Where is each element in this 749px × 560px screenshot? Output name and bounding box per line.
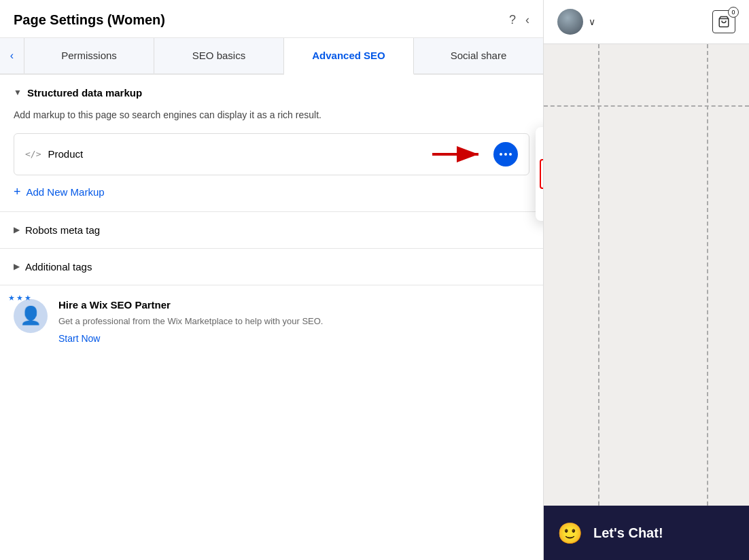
chat-text: Let's Chat! [593,525,663,541]
structured-data-header[interactable]: ▼ Structured data markup [14,87,529,99]
tab-advanced-seo[interactable]: Advanced SEO [284,38,414,75]
right-panel: ∨ 0 🙂 Let's Chat! [544,0,749,560]
star-3: ★ [24,294,31,302]
panel-header: Page Settings (Women) ? ‹ [0,0,543,38]
dashed-line-vertical-1 [598,44,599,560]
header-actions: ? ‹ [509,13,529,27]
robots-meta-title: Robots meta tag [25,224,100,236]
markup-name: Product [48,148,83,160]
dot-2 [504,153,507,156]
menu-item-remove[interactable]: 🗑️ Remove [536,192,543,221]
chat-emoji-icon: 🙂 [557,521,582,545]
tab-scroll-left[interactable]: ‹ [0,38,24,73]
nav-bag-icon[interactable]: 0 [712,10,735,33]
right-top-nav: ∨ 0 [544,0,749,44]
red-arrow-icon [432,144,487,164]
chevron-right-icon: ▶ [14,225,20,234]
star-2: ★ [16,294,23,302]
add-markup-button[interactable]: + Add New Markup [14,185,529,199]
help-icon[interactable]: ? [509,13,516,27]
robots-meta-header[interactable]: ▶ Robots meta tag [14,224,529,236]
dot-1 [500,153,502,156]
dot-3 [509,153,512,156]
chevron-down-icon: ▼ [14,88,22,97]
promo-stars: ★ ★ ★ [8,294,31,302]
chevron-right-icon-2: ▶ [14,262,20,271]
promo-avatar-container: ★ ★ ★ 👤 [14,299,48,333]
additional-tags-title: Additional tags [25,261,92,273]
close-icon[interactable]: ‹ [525,13,529,27]
structured-data-title: Structured data markup [27,87,142,99]
dashed-line-vertical-2 [707,44,708,560]
nav-bag-count: 0 [728,7,739,18]
additional-tags-header[interactable]: ▶ Additional tags [14,261,529,273]
page-settings-panel: Page Settings (Women) ? ‹ ‹ Permissions … [0,0,544,560]
nav-user-area: ∨ [557,9,595,35]
promo-avatar: 👤 [14,299,48,333]
chat-bubble[interactable]: 🙂 Let's Chat! [544,506,749,560]
menu-item-edit[interactable]: ✏️ Edit [536,127,543,156]
panel-content: ▼ Structured data markup Add markup to t… [0,75,543,561]
nav-chevron-icon[interactable]: ∨ [589,16,595,27]
dashed-line-horizontal-1 [544,105,749,107]
arrow-container [432,142,518,167]
promo-title: Hire a Wix SEO Partner [58,299,529,311]
panel-title: Page Settings (Women) [14,12,165,28]
structured-data-section: ▼ Structured data markup Add markup to t… [0,75,543,212]
tab-permissions[interactable]: Permissions [24,38,154,73]
markup-row: </> Product [14,133,529,175]
structured-data-description: Add markup to this page so search engine… [14,108,529,122]
menu-item-test-google[interactable]: Test on Google [540,159,543,189]
markup-tag: </> [25,149,41,159]
promo-section: ★ ★ ★ 👤 Hire a Wix SEO Partner Get a pro… [0,285,543,358]
start-now-link[interactable]: Start Now [58,333,529,344]
tabs-container: ‹ Permissions SEO basics Advanced SEO So… [0,38,543,75]
tab-seo-basics[interactable]: SEO basics [154,38,284,73]
three-dots-button[interactable] [493,142,518,167]
robots-meta-section: ▶ Robots meta tag [0,212,543,249]
person-icon: 👤 [20,305,41,326]
promo-description: Get a professional from the Wix Marketpl… [58,315,529,328]
markup-left: </> Product [25,148,83,160]
promo-text: Hire a Wix SEO Partner Get a professiona… [58,299,529,345]
bag-svg [718,16,730,28]
add-markup-label: Add New Markup [27,186,105,198]
star-1: ★ [8,294,15,302]
plus-icon: + [14,185,21,199]
context-menu: ✏️ Edit Test on Google [536,127,543,221]
nav-avatar [557,9,583,35]
additional-tags-section: ▶ Additional tags [0,249,543,285]
tab-social-share[interactable]: Social share [414,38,543,73]
